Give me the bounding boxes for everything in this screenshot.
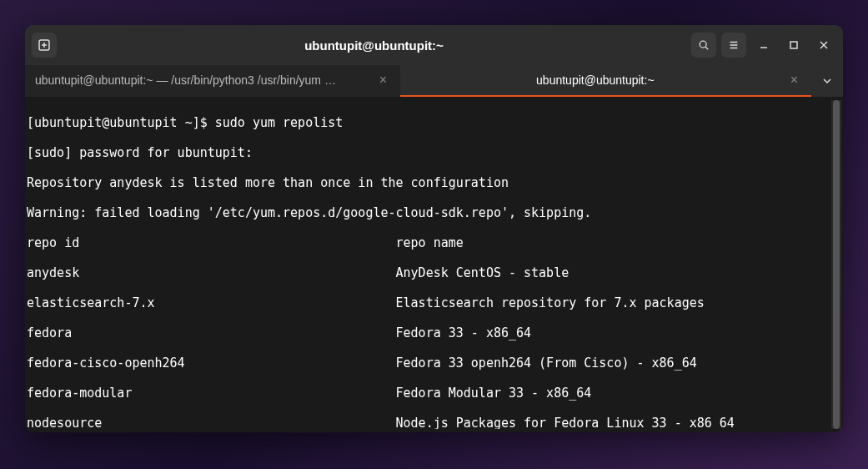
- terminal-line: fedora-modular Fedora Modular 33 - x86_6…: [27, 386, 831, 401]
- chevron-down-icon: [822, 76, 832, 86]
- tab-close-button[interactable]: ×: [787, 73, 801, 88]
- svg-point-3: [700, 41, 706, 48]
- terminal-line: anydesk AnyDesk CentOS - stable: [27, 265, 831, 280]
- tab-close-button[interactable]: ×: [376, 73, 390, 88]
- new-tab-icon: [38, 38, 51, 52]
- terminal-line: fedora Fedora 33 - x86_64: [27, 325, 831, 340]
- tab-dropdown-button[interactable]: [811, 65, 843, 97]
- search-icon: [698, 39, 710, 51]
- hamburger-icon: [728, 39, 740, 51]
- terminal-body[interactable]: [ubuntupit@ubuntupit ~]$ sudo yum repoli…: [25, 97, 843, 432]
- close-icon: [817, 38, 830, 52]
- scrollbar[interactable]: [831, 100, 841, 429]
- terminal-line: [sudo] password for ubuntupit:: [27, 145, 831, 160]
- tab-label: ubuntupit@ubuntupit:~ — /usr/bin/python3…: [35, 73, 369, 87]
- minimize-button[interactable]: [751, 33, 776, 58]
- titlebar-controls: [691, 33, 836, 58]
- search-button[interactable]: [691, 33, 716, 58]
- close-button[interactable]: [811, 33, 836, 58]
- menu-button[interactable]: [721, 33, 746, 58]
- minimize-icon: [757, 38, 770, 52]
- tab-label: ubuntupit@ubuntupit:~: [410, 73, 780, 87]
- terminal-line: [ubuntupit@ubuntupit ~]$ sudo yum repoli…: [27, 115, 831, 130]
- terminal-line: fedora-cisco-openh264 Fedora 33 openh264…: [27, 356, 831, 371]
- new-tab-button[interactable]: [32, 33, 57, 58]
- terminal-content[interactable]: [ubuntupit@ubuntupit ~]$ sudo yum repoli…: [27, 100, 831, 429]
- svg-rect-9: [790, 42, 797, 48]
- terminal-line: nodesource Node.js Packages for Fedora L…: [27, 416, 831, 429]
- terminal-window: ubuntupit@ubuntupit:~: [25, 25, 843, 432]
- terminal-line: Warning: failed loading '/etc/yum.repos.…: [27, 205, 831, 220]
- terminal-line: repo id repo name: [27, 235, 831, 250]
- terminal-line: elasticsearch-7.x Elasticsearch reposito…: [27, 295, 831, 310]
- scrollbar-thumb[interactable]: [833, 100, 840, 429]
- tabbar: ubuntupit@ubuntupit:~ — /usr/bin/python3…: [25, 65, 843, 97]
- tab-active[interactable]: ubuntupit@ubuntupit:~ ×: [400, 65, 811, 97]
- maximize-icon: [787, 38, 800, 52]
- terminal-line: Repository anydesk is listed more than o…: [27, 175, 831, 190]
- maximize-button[interactable]: [781, 33, 806, 58]
- titlebar: ubuntupit@ubuntupit:~: [25, 25, 843, 65]
- svg-line-4: [705, 47, 708, 49]
- tab-inactive[interactable]: ubuntupit@ubuntupit:~ — /usr/bin/python3…: [25, 65, 400, 97]
- window-title: ubuntupit@ubuntupit:~: [57, 38, 691, 53]
